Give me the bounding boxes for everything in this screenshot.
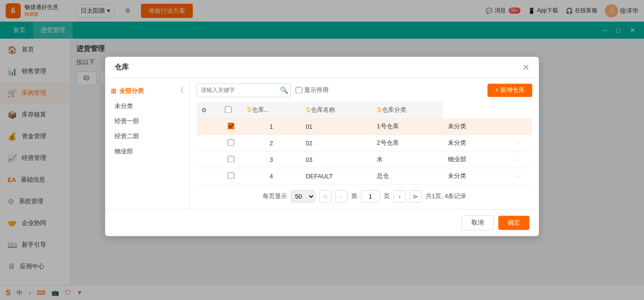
total-info: 共1页, 4条记录 — [426, 192, 467, 200]
row-category-1: 未分类 — [443, 118, 503, 135]
row-code-4: DEFAULT — [301, 168, 372, 184]
search-input[interactable] — [197, 83, 291, 97]
cancel-button[interactable]: 取消 — [462, 215, 494, 230]
row-index-2: 2 — [242, 135, 301, 151]
table-toolbar: 🔍 显示停用 + 新增仓库 — [197, 83, 532, 97]
sort-icon-category: ⇅ — [377, 106, 382, 113]
prev-page-btn[interactable]: ‹ — [335, 190, 347, 202]
table-row[interactable]: 2 02 2号仓库 未分类 ··· — [197, 135, 532, 151]
page-suffix: 页 — [384, 192, 390, 200]
row-actions-1[interactable]: ··· — [503, 118, 532, 135]
page-size-label: 每页显示 — [263, 192, 287, 200]
grid-icon: ⊞ — [111, 87, 116, 95]
row-settings-2 — [197, 135, 220, 151]
category-all-btn[interactable]: ⊞ 全部分类 — [111, 87, 144, 95]
page-label: 第 — [351, 192, 357, 200]
th-name[interactable]: ⇅仓库名称 — [301, 102, 372, 118]
row-check-1[interactable] — [220, 118, 241, 135]
show-disabled-label[interactable]: 显示停用 — [296, 86, 329, 94]
row-name-2: 2号仓库 — [372, 135, 443, 151]
warehouse-modal: 仓库 ✕ ⊞ 全部分类 《 未分类 经营一部 经营二部 物业部 — [105, 57, 539, 236]
sort-icon-name: ⇅ — [305, 106, 311, 113]
row-name-1: 1号仓库 — [372, 118, 443, 135]
table-pagination: 每页显示 10 20 50 100 ⊲ ‹ 第 页 › ⊳ 共1页, 4条记录 — [197, 184, 532, 204]
category-all-label: 全部分类 — [119, 87, 144, 95]
row-code-1: 01 — [301, 118, 372, 135]
row-code-3: 03 — [301, 151, 372, 168]
page-number-input[interactable] — [361, 190, 380, 202]
category-item-dept2[interactable]: 经营二部 — [105, 129, 190, 144]
modal-header: 仓库 ✕ — [105, 57, 539, 78]
row-category-4: 未分类 — [443, 168, 503, 184]
row-category-2: 未分类 — [443, 135, 503, 151]
row-check-2[interactable] — [220, 135, 241, 151]
modal-footer: 取消 确定 — [105, 209, 539, 236]
th-code[interactable]: ⇅仓库... — [242, 102, 301, 118]
category-item-dept1[interactable]: 经营一部 — [105, 114, 190, 129]
modal-close-btn[interactable]: ✕ — [522, 62, 529, 73]
row-actions-3[interactable]: ··· — [503, 151, 532, 168]
show-disabled-text: 显示停用 — [304, 86, 329, 94]
search-icon[interactable]: 🔍 — [280, 86, 288, 94]
modal-body: ⊞ 全部分类 《 未分类 经营一部 经营二部 物业部 🔍 显示停用 — [105, 78, 539, 209]
row-settings-3 — [197, 151, 220, 168]
row-name-3: 水 — [372, 151, 443, 168]
table-panel: 🔍 显示停用 + 新增仓库 ⚙ ⇅仓库... — [190, 78, 539, 209]
sort-icon: ⇅ — [247, 106, 252, 113]
category-item-unclassified[interactable]: 未分类 — [105, 99, 190, 114]
add-warehouse-btn[interactable]: + 新增仓库 — [487, 83, 532, 97]
table-row[interactable]: 1 01 1号仓库 未分类 ··· — [197, 118, 532, 135]
category-item-property[interactable]: 物业部 — [105, 144, 190, 159]
table-header-row: ⚙ ⇅仓库... ⇅仓库名称 ⇅仓库分类 — [197, 102, 532, 118]
select-all-checkbox[interactable] — [225, 106, 231, 113]
row-name-4: 总仓 — [372, 168, 443, 184]
th-check — [220, 102, 241, 118]
first-page-btn[interactable]: ⊲ — [319, 190, 331, 202]
next-page-btn[interactable]: › — [394, 190, 406, 202]
table-row[interactable]: 4 DEFAULT 总仓 未分类 ··· — [197, 168, 532, 184]
row-index-1: 1 — [242, 118, 301, 135]
row-index-3: 3 — [242, 151, 301, 168]
table-row[interactable]: 3 03 水 物业部 ··· — [197, 151, 532, 168]
category-panel: ⊞ 全部分类 《 未分类 经营一部 经营二部 物业部 — [105, 78, 190, 209]
row-check-4[interactable] — [220, 168, 241, 184]
warehouse-table: ⚙ ⇅仓库... ⇅仓库名称 ⇅仓库分类 — [197, 102, 532, 184]
row-check-3[interactable] — [220, 151, 241, 168]
row-actions-2[interactable]: ··· — [503, 135, 532, 151]
row-actions-4[interactable]: ··· — [503, 168, 532, 184]
last-page-btn[interactable]: ⊳ — [410, 190, 422, 202]
confirm-button[interactable]: 确定 — [498, 216, 529, 230]
modal-title: 仓库 — [115, 63, 129, 72]
category-header: ⊞ 全部分类 《 — [105, 83, 190, 99]
page-size-select[interactable]: 10 20 50 100 — [291, 190, 315, 202]
row-index-4: 4 — [242, 168, 301, 184]
row-category-3: 物业部 — [443, 151, 503, 168]
row-settings-4 — [197, 168, 220, 184]
th-settings: ⚙ — [197, 102, 220, 118]
row-settings-1 — [197, 118, 220, 135]
row-code-2: 02 — [301, 135, 372, 151]
collapse-category-btn[interactable]: 《 — [176, 86, 184, 96]
search-input-wrap: 🔍 — [197, 83, 291, 97]
th-category[interactable]: ⇅仓库分类 — [372, 102, 443, 118]
show-disabled-checkbox[interactable] — [296, 87, 302, 93]
